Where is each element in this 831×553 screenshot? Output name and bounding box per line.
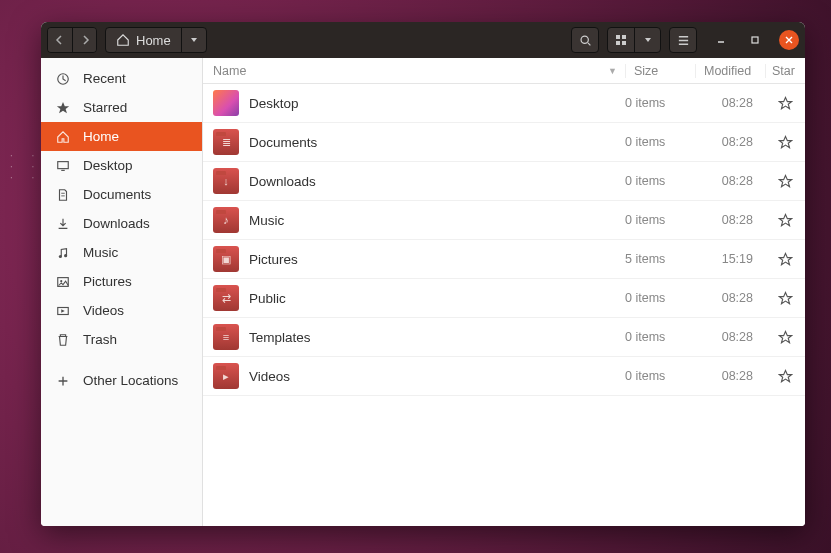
file-name: Public <box>249 291 625 306</box>
file-size: 0 items <box>625 330 695 344</box>
column-header: Name ▼ Size Modified Star <box>203 58 805 84</box>
file-size: 0 items <box>625 96 695 110</box>
home-icon <box>116 33 130 47</box>
file-name: Templates <box>249 330 625 345</box>
download-icon <box>55 217 71 231</box>
star-button[interactable] <box>765 252 805 267</box>
path-label: Home <box>136 33 171 48</box>
svg-point-11 <box>60 280 62 282</box>
desktop-icon <box>55 159 71 173</box>
star-button[interactable] <box>765 369 805 384</box>
file-name: Videos <box>249 369 625 384</box>
home-icon <box>55 130 71 144</box>
file-name: Desktop <box>249 96 625 111</box>
file-manager-window: Home RecentStarredHomeDesktopDocumentsDo… <box>41 22 805 526</box>
file-modified: 08:28 <box>695 174 765 188</box>
view-dropdown[interactable] <box>634 28 660 52</box>
star-button[interactable] <box>765 135 805 150</box>
file-modified: 08:28 <box>695 135 765 149</box>
folder-icon: ♪ <box>213 207 239 233</box>
nav-group <box>47 27 97 53</box>
file-modified: 08:28 <box>695 213 765 227</box>
clock-icon <box>55 72 71 86</box>
hamburger-menu-button[interactable] <box>669 27 697 53</box>
file-row[interactable]: Desktop0 items08:28 <box>203 84 805 123</box>
file-modified: 08:28 <box>695 96 765 110</box>
file-name: Music <box>249 213 625 228</box>
path-dropdown[interactable] <box>181 28 206 52</box>
svg-point-8 <box>59 254 62 257</box>
svg-rect-1 <box>616 35 620 39</box>
video-icon <box>55 304 71 318</box>
svg-point-0 <box>581 36 588 43</box>
svg-rect-7 <box>58 161 69 168</box>
folder-icon: ⇄ <box>213 285 239 311</box>
forward-button[interactable] <box>72 28 96 52</box>
sidebar-item-label: Recent <box>83 71 126 86</box>
svg-point-9 <box>64 254 67 257</box>
search-button[interactable] <box>571 27 599 53</box>
file-list: Desktop0 items08:28≣Documents0 items08:2… <box>203 84 805 396</box>
file-size: 0 items <box>625 135 695 149</box>
file-name: Pictures <box>249 252 625 267</box>
column-name[interactable]: Name ▼ <box>203 64 625 78</box>
sidebar-item-pictures[interactable]: Pictures <box>41 267 202 296</box>
sidebar-item-downloads[interactable]: Downloads <box>41 209 202 238</box>
content-pane: Name ▼ Size Modified Star Desktop0 items… <box>203 58 805 526</box>
star-button[interactable] <box>765 330 805 345</box>
sidebar-item-label: Home <box>83 129 119 144</box>
sidebar-item-starred[interactable]: Starred <box>41 93 202 122</box>
sidebar-item-videos[interactable]: Videos <box>41 296 202 325</box>
file-modified: 08:28 <box>695 369 765 383</box>
star-button[interactable] <box>765 174 805 189</box>
file-row[interactable]: ⇄Public0 items08:28 <box>203 279 805 318</box>
picture-icon <box>55 275 71 289</box>
close-button[interactable] <box>779 30 799 50</box>
column-modified[interactable]: Modified <box>695 64 765 78</box>
sidebar-item-desktop[interactable]: Desktop <box>41 151 202 180</box>
file-size: 0 items <box>625 213 695 227</box>
folder-icon <box>213 90 239 116</box>
file-name: Downloads <box>249 174 625 189</box>
file-row[interactable]: ♪Music0 items08:28 <box>203 201 805 240</box>
trash-icon <box>55 333 71 347</box>
folder-icon: ▣ <box>213 246 239 272</box>
svg-rect-3 <box>616 41 620 45</box>
sidebar-item-other-locations[interactable]: Other Locations <box>41 366 202 395</box>
sidebar: RecentStarredHomeDesktopDocumentsDownloa… <box>41 58 203 526</box>
file-row[interactable]: ≡Templates0 items08:28 <box>203 318 805 357</box>
file-row[interactable]: ≣Documents0 items08:28 <box>203 123 805 162</box>
column-star[interactable]: Star <box>765 64 805 78</box>
file-row[interactable]: ▣Pictures5 items15:19 <box>203 240 805 279</box>
file-size: 5 items <box>625 252 695 266</box>
path-bar[interactable]: Home <box>105 27 207 53</box>
file-row[interactable]: ↓Downloads0 items08:28 <box>203 162 805 201</box>
folder-icon: ↓ <box>213 168 239 194</box>
file-row[interactable]: ▸Videos0 items08:28 <box>203 357 805 396</box>
sidebar-item-music[interactable]: Music <box>41 238 202 267</box>
file-modified: 08:28 <box>695 291 765 305</box>
sidebar-item-home[interactable]: Home <box>41 122 202 151</box>
sidebar-item-label: Other Locations <box>83 373 178 388</box>
column-size[interactable]: Size <box>625 64 695 78</box>
sidebar-item-label: Desktop <box>83 158 133 173</box>
folder-icon: ≡ <box>213 324 239 350</box>
back-button[interactable] <box>48 28 72 52</box>
view-grid-button[interactable] <box>608 28 634 52</box>
svg-rect-2 <box>622 35 626 39</box>
sidebar-item-recent[interactable]: Recent <box>41 64 202 93</box>
folder-icon: ≣ <box>213 129 239 155</box>
view-group <box>607 27 661 53</box>
star-button[interactable] <box>765 291 805 306</box>
svg-rect-5 <box>752 37 758 43</box>
maximize-button[interactable] <box>745 30 765 50</box>
sidebar-item-trash[interactable]: Trash <box>41 325 202 354</box>
folder-icon: ▸ <box>213 363 239 389</box>
minimize-button[interactable] <box>711 30 731 50</box>
titlebar: Home <box>41 22 805 58</box>
star-button[interactable] <box>765 213 805 228</box>
star-button[interactable] <box>765 96 805 111</box>
document-icon <box>55 188 71 202</box>
sidebar-item-documents[interactable]: Documents <box>41 180 202 209</box>
plus-icon <box>55 374 71 388</box>
